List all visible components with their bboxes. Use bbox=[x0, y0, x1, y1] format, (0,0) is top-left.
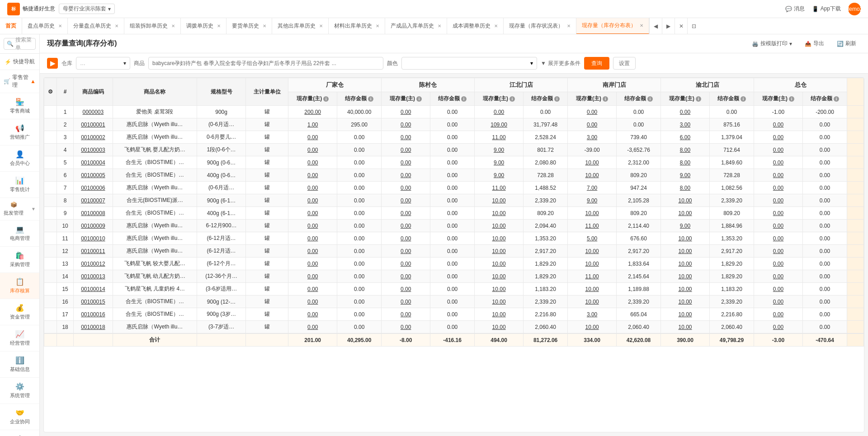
app-download-btn[interactable]: 📱 App下载 bbox=[812, 5, 841, 13]
tab-assemble[interactable]: 组装拆卸单历史 ✕ bbox=[124, 18, 181, 34]
value-cell[interactable]: 0.00 bbox=[288, 220, 337, 232]
info-icon[interactable]: i bbox=[647, 96, 653, 102]
value-cell[interactable]: 10.00 bbox=[475, 245, 524, 258]
sidebar-item-marketing[interactable]: 📢 营销推广 bbox=[0, 119, 39, 145]
tab-split-stocktake[interactable]: 分量盘点单历史 ✕ bbox=[68, 18, 124, 34]
message-btn[interactable]: 💬 消息 bbox=[785, 5, 805, 13]
goods-input[interactable]: babycare孕妇待产包 春季入院全套母子组合孕妇产后冬季月子用品 22件套 … bbox=[148, 57, 383, 70]
value-cell[interactable]: 9.00 bbox=[475, 169, 524, 182]
tab-close-icon[interactable]: ✕ bbox=[58, 23, 62, 28]
refresh-btn[interactable]: 🔄 刷新 bbox=[832, 38, 861, 49]
filter-expand-btn[interactable]: ▶ bbox=[47, 58, 58, 69]
info-icon[interactable]: i bbox=[416, 96, 422, 102]
value-cell[interactable]: 0.00 bbox=[382, 118, 430, 131]
value-cell[interactable]: 0.00 bbox=[754, 144, 803, 156]
value-cell[interactable]: 0.00 bbox=[568, 118, 617, 131]
value-cell[interactable]: 8.00 bbox=[661, 156, 710, 169]
value-cell[interactable]: 0.00 bbox=[382, 245, 430, 258]
info-icon[interactable]: i bbox=[741, 96, 746, 102]
tab-production-in[interactable]: 产成品入库单历史 ✕ bbox=[385, 18, 447, 34]
value-cell[interactable]: 0.00 bbox=[754, 207, 803, 220]
user-avatar[interactable]: demo2 bbox=[848, 3, 861, 15]
code-cell[interactable]: 00100006 bbox=[74, 182, 113, 194]
value-cell[interactable]: 109.00 bbox=[475, 118, 524, 131]
info-icon[interactable]: i bbox=[554, 96, 560, 102]
value-cell[interactable]: 0.00 bbox=[382, 308, 430, 321]
value-cell[interactable]: 10.00 bbox=[568, 207, 617, 220]
value-cell[interactable]: 0.00 bbox=[754, 283, 803, 295]
warehouse-input[interactable]: … ▾ bbox=[76, 57, 130, 70]
tab-stocktake[interactable]: 盘点单历史 ✕ bbox=[22, 18, 68, 34]
value-cell[interactable]: 0.00 bbox=[754, 194, 803, 207]
tab-home[interactable]: 首页 bbox=[0, 18, 22, 34]
value-cell[interactable]: 3.00 bbox=[568, 308, 617, 321]
value-cell[interactable]: 0.00 bbox=[382, 194, 430, 207]
value-cell[interactable]: 10.00 bbox=[568, 156, 617, 169]
code-cell[interactable]: 00100008 bbox=[74, 207, 113, 220]
value-cell[interactable]: 10.00 bbox=[661, 321, 710, 334]
th-settings[interactable]: ⚙ bbox=[44, 78, 57, 106]
tab-close-all-btn[interactable]: ✕ bbox=[675, 18, 687, 34]
value-cell[interactable]: 0.00 bbox=[382, 258, 430, 270]
sidebar-item-purchase[interactable]: 🛍️ 采购管理 bbox=[0, 247, 39, 273]
value-cell[interactable]: 0.00 bbox=[288, 207, 337, 220]
value-cell[interactable]: 9.00 bbox=[568, 194, 617, 207]
expand-more-btn[interactable]: ▼ 展开更多条件 bbox=[541, 60, 580, 67]
value-cell[interactable]: 0.00 bbox=[382, 295, 430, 308]
value-cell[interactable]: 10.00 bbox=[475, 283, 524, 295]
value-cell[interactable]: 0.00 bbox=[288, 169, 337, 182]
code-cell[interactable]: 00100001 bbox=[74, 118, 113, 131]
value-cell[interactable]: 0.00 bbox=[382, 207, 430, 220]
tab-inventory-status[interactable]: 现存量（库存状况表） ✕ bbox=[504, 18, 576, 34]
sidebar-item-member[interactable]: 👤 会员中心 bbox=[0, 145, 39, 172]
value-cell[interactable]: 0.00 bbox=[288, 321, 337, 334]
value-cell[interactable]: 0.00 bbox=[382, 106, 430, 118]
value-cell[interactable]: 8.00 bbox=[661, 182, 710, 194]
info-icon[interactable]: i bbox=[834, 96, 839, 102]
value-cell[interactable]: 0.00 bbox=[382, 220, 430, 232]
demo-selector[interactable]: 母婴行业演示陈套 ▾ bbox=[59, 4, 115, 14]
sidebar-item-retail-mgmt[interactable]: 🛒 零售管理 ▲ bbox=[0, 70, 39, 93]
tab-close-icon[interactable]: ✕ bbox=[217, 23, 221, 28]
export-btn[interactable]: 📤 导出 bbox=[800, 38, 829, 49]
value-cell[interactable]: 10.00 bbox=[475, 270, 524, 283]
value-cell[interactable]: 10.00 bbox=[475, 308, 524, 321]
value-cell[interactable]: 0.00 bbox=[754, 182, 803, 194]
value-cell[interactable]: 0.00 bbox=[288, 144, 337, 156]
value-cell[interactable]: 10.00 bbox=[661, 258, 710, 270]
value-cell[interactable]: 10.00 bbox=[568, 245, 617, 258]
value-cell[interactable]: 0.00 bbox=[754, 308, 803, 321]
code-cell[interactable]: 00100016 bbox=[74, 308, 113, 321]
value-cell[interactable]: 0.00 bbox=[288, 245, 337, 258]
query-btn[interactable]: 查询 bbox=[584, 57, 609, 70]
code-cell[interactable]: 0000003 bbox=[74, 106, 113, 118]
info-icon[interactable]: i bbox=[603, 96, 608, 102]
info-icon[interactable]: i bbox=[461, 96, 467, 102]
value-cell[interactable]: 11.00 bbox=[475, 131, 524, 144]
value-cell[interactable]: 0.00 bbox=[288, 270, 337, 283]
value-cell[interactable]: 0.00 bbox=[754, 232, 803, 245]
code-cell[interactable]: 00100009 bbox=[74, 220, 113, 232]
value-cell[interactable]: 0.00 bbox=[288, 283, 337, 295]
sidebar-item-wholesale[interactable]: 📦 批发管理 ▼ bbox=[0, 198, 39, 220]
value-cell[interactable]: 0.00 bbox=[754, 245, 803, 258]
value-cell[interactable]: 9.00 bbox=[475, 156, 524, 169]
value-cell[interactable]: 0.00 bbox=[382, 169, 430, 182]
value-cell[interactable]: 7.00 bbox=[568, 182, 617, 194]
tab-expand-btn[interactable]: ⊡ bbox=[687, 18, 700, 34]
value-cell[interactable]: 11.00 bbox=[568, 270, 617, 283]
code-cell[interactable]: 00100013 bbox=[74, 270, 113, 283]
value-cell[interactable]: 10.00 bbox=[475, 232, 524, 245]
value-cell[interactable]: 10.00 bbox=[661, 207, 710, 220]
value-cell[interactable]: 10.00 bbox=[661, 245, 710, 258]
value-cell[interactable]: 0.00 bbox=[754, 295, 803, 308]
code-cell[interactable]: 00100010 bbox=[74, 232, 113, 245]
value-cell[interactable]: 0.00 bbox=[568, 106, 617, 118]
value-cell[interactable]: 10.00 bbox=[568, 295, 617, 308]
code-cell[interactable]: 00100012 bbox=[74, 258, 113, 270]
value-cell[interactable]: 10.00 bbox=[475, 258, 524, 270]
tab-close-icon[interactable]: ✕ bbox=[438, 23, 441, 28]
value-cell[interactable]: 10.00 bbox=[661, 308, 710, 321]
code-cell[interactable]: 00100005 bbox=[74, 169, 113, 182]
sidebar-item-guide[interactable]: 🎓 新手引导 bbox=[0, 430, 39, 436]
